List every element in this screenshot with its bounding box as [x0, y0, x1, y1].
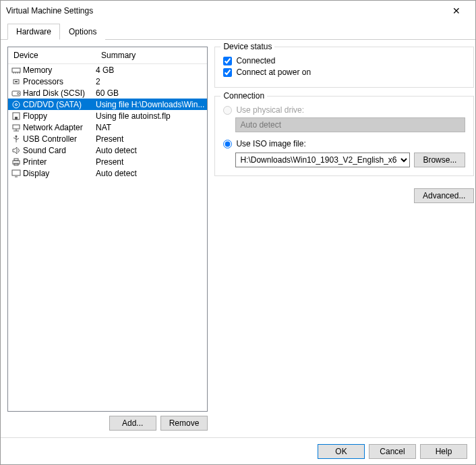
tab-hardware[interactable]: Hardware	[7, 24, 60, 40]
content-area: Device Summary Memory4 GBProcessors2Hard…	[1, 40, 475, 437]
titlebar: Virtual Machine Settings ✕	[1, 1, 475, 21]
poweron-row: Connect at power on	[223, 67, 465, 77]
col-header-summary[interactable]: Summary	[96, 47, 207, 63]
device-summary: Present	[96, 134, 207, 144]
device-summary: 60 GB	[96, 88, 207, 98]
physical-drive-select: Auto detect	[235, 117, 465, 132]
device-summary: Auto detect	[96, 169, 207, 178]
ok-button[interactable]: OK	[318, 444, 365, 459]
list-header: Device Summary	[8, 47, 207, 64]
col-header-device[interactable]: Device	[8, 47, 96, 63]
add-button[interactable]: Add...	[109, 416, 156, 431]
connected-row: Connected	[223, 56, 465, 65]
poweron-checkbox[interactable]	[223, 68, 232, 77]
device-status-group: Device status Connected Connect at power…	[214, 47, 474, 88]
remove-button[interactable]: Remove	[160, 416, 208, 431]
device-summary: NAT	[96, 123, 207, 132]
connected-checkbox[interactable]	[223, 57, 232, 65]
device-name: CD/DVD (SATA)	[23, 100, 96, 109]
device-summary: Auto detect	[96, 146, 207, 155]
iso-row-label: Use ISO image file:	[223, 139, 465, 148]
device-summary: 4 GB	[96, 65, 207, 75]
device-name: Network Adapter	[23, 123, 96, 132]
net-icon	[11, 123, 22, 132]
display-icon	[11, 169, 22, 178]
physical-drive-value: Auto detect	[240, 120, 281, 130]
device-row-printer[interactable]: PrinterPresent	[8, 156, 207, 167]
settings-window: Virtual Machine Settings ✕ Hardware Opti…	[0, 0, 476, 465]
browse-button[interactable]: Browse...	[414, 153, 465, 167]
device-summary: Using file H:\Downloads\Win...	[96, 100, 207, 109]
svg-rect-0	[12, 68, 20, 72]
usb-icon	[11, 134, 22, 144]
svg-rect-6	[15, 81, 18, 82]
printer-icon	[11, 157, 22, 167]
tab-options[interactable]: Options	[60, 24, 105, 40]
iso-path-select[interactable]: H:\Downloads\Win10_1903_V2_English_x6	[235, 153, 410, 167]
svg-line-19	[16, 138, 19, 140]
floppy-icon	[11, 111, 22, 121]
device-name: Hard Disk (SCSI)	[23, 88, 96, 98]
left-buttons: Add... Remove	[7, 416, 208, 431]
device-row-cd[interactable]: CD/DVD (SATA)Using file H:\Downloads\Win…	[8, 99, 207, 110]
sound-icon	[11, 146, 22, 155]
connection-title: Connection	[220, 91, 267, 101]
connection-group: Connection Use physical drive: Auto dete…	[214, 96, 474, 176]
physical-drive-row: Use physical drive:	[223, 105, 465, 115]
device-row-disk[interactable]: Hard Disk (SCSI)60 GB	[8, 87, 207, 99]
device-name: Printer	[23, 157, 96, 167]
device-row-sound[interactable]: Sound CardAuto detect	[8, 144, 207, 156]
device-row-floppy[interactable]: FloppyUsing file autoinst.flp	[8, 110, 207, 121]
advanced-row: Advanced...	[214, 188, 474, 203]
svg-rect-24	[12, 170, 20, 175]
device-name: Memory	[23, 65, 96, 75]
list-body: Memory4 GBProcessors2Hard Disk (SCSI)60 …	[8, 64, 207, 411]
device-list: Device Summary Memory4 GBProcessors2Hard…	[7, 47, 208, 412]
svg-point-9	[13, 101, 20, 108]
disk-icon	[11, 88, 22, 98]
device-row-memory[interactable]: Memory4 GB	[8, 64, 207, 76]
cancel-button[interactable]: Cancel	[369, 444, 416, 459]
iso-label: Use ISO image file:	[236, 139, 305, 148]
poweron-label: Connect at power on	[236, 67, 311, 77]
device-row-usb[interactable]: USB ControllerPresent	[8, 133, 207, 144]
device-summary: Using file autoinst.flp	[96, 111, 207, 121]
svg-rect-13	[13, 125, 20, 129]
physical-drive-label: Use physical drive:	[236, 105, 304, 115]
device-summary: 2	[96, 77, 207, 86]
iso-radio[interactable]	[223, 140, 232, 148]
svg-rect-22	[14, 159, 18, 161]
help-button[interactable]: Help	[420, 444, 467, 459]
device-row-cpu[interactable]: Processors2	[8, 76, 207, 87]
tab-strip: Hardware Options	[1, 21, 475, 40]
device-name: USB Controller	[23, 134, 96, 144]
device-name: Sound Card	[23, 146, 96, 155]
iso-row: H:\Downloads\Win10_1903_V2_English_x6 Br…	[235, 153, 465, 167]
close-icon[interactable]: ✕	[443, 5, 470, 16]
svg-point-10	[16, 103, 18, 105]
bottom-bar: OK Cancel Help	[1, 437, 475, 464]
window-title: Virtual Machine Settings	[6, 6, 443, 16]
svg-marker-20	[13, 147, 17, 154]
device-name: Processors	[23, 77, 96, 86]
physical-drive-radio[interactable]	[223, 106, 232, 115]
device-row-display[interactable]: DisplayAuto detect	[8, 167, 207, 179]
left-panel: Device Summary Memory4 GBProcessors2Hard…	[7, 47, 208, 431]
advanced-button[interactable]: Advanced...	[414, 188, 474, 203]
cd-icon	[11, 100, 22, 109]
svg-line-18	[13, 138, 16, 139]
memory-icon	[11, 65, 22, 75]
cpu-icon	[11, 77, 22, 86]
connected-label: Connected	[236, 56, 275, 65]
svg-point-8	[18, 92, 20, 94]
device-name: Display	[23, 169, 96, 178]
device-row-net[interactable]: Network AdapterNAT	[8, 121, 207, 133]
svg-rect-12	[15, 117, 18, 119]
device-summary: Present	[96, 157, 207, 167]
device-status-title: Device status	[220, 42, 274, 51]
device-name: Floppy	[23, 111, 96, 121]
right-panel: Device status Connected Connect at power…	[214, 47, 474, 431]
